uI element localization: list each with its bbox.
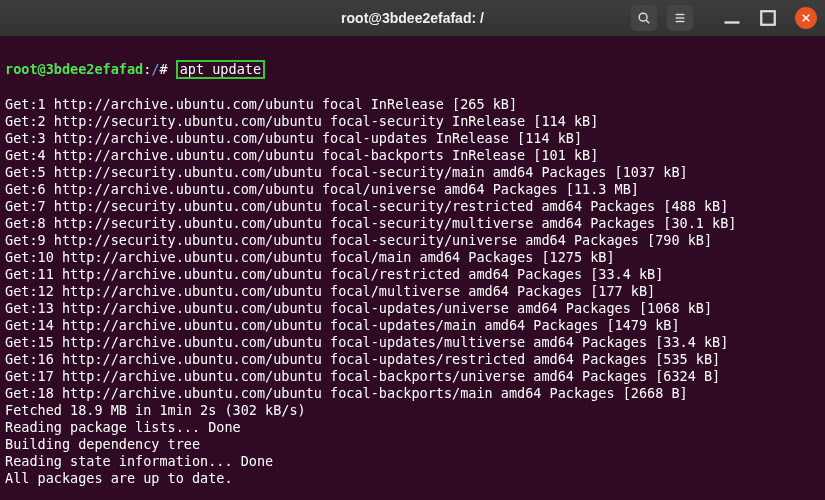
output-line: Reading package lists... Done: [5, 419, 820, 436]
search-button[interactable]: [631, 5, 657, 31]
highlighted-command: apt update: [176, 60, 265, 79]
output-line: Get:2 http://security.ubuntu.com/ubuntu …: [5, 113, 820, 130]
titlebar-controls: [631, 5, 817, 31]
maximize-icon: [759, 9, 777, 27]
terminal-output[interactable]: root@3bdee2efafad:/# apt update Get:1 ht…: [0, 37, 825, 500]
close-button[interactable]: [795, 7, 817, 29]
close-icon: [801, 13, 811, 23]
output-line: Get:14 http://archive.ubuntu.com/ubuntu …: [5, 317, 820, 334]
output-line: Get:16 http://archive.ubuntu.com/ubuntu …: [5, 351, 820, 368]
output-line: Get:1 http://archive.ubuntu.com/ubuntu f…: [5, 96, 820, 113]
window-titlebar: root@3bdee2efafad: /: [0, 0, 825, 37]
output-line: Fetched 18.9 MB in 1min 2s (302 kB/s): [5, 402, 820, 419]
output-line: Get:7 http://security.ubuntu.com/ubuntu …: [5, 198, 820, 215]
output-line: Get:3 http://archive.ubuntu.com/ubuntu f…: [5, 130, 820, 147]
output-line: Get:6 http://archive.ubuntu.com/ubuntu f…: [5, 181, 820, 198]
output-line: Get:11 http://archive.ubuntu.com/ubuntu …: [5, 266, 820, 283]
svg-point-0: [639, 13, 647, 21]
output-line: Get:10 http://archive.ubuntu.com/ubuntu …: [5, 249, 820, 266]
svg-line-1: [646, 20, 649, 23]
output-line: Get:5 http://security.ubuntu.com/ubuntu …: [5, 164, 820, 181]
minimize-icon: [723, 9, 741, 27]
search-icon: [637, 11, 651, 25]
prompt-user-host: root@3bdee2efafad: [5, 61, 143, 77]
output-line: Building dependency tree: [5, 436, 820, 453]
minimize-button[interactable]: [723, 9, 741, 27]
hamburger-icon: [673, 11, 687, 25]
output-line: Get:8 http://security.ubuntu.com/ubuntu …: [5, 215, 820, 232]
prompt-line-1: root@3bdee2efafad:/# apt update: [5, 60, 820, 79]
output-line: Get:9 http://security.ubuntu.com/ubuntu …: [5, 232, 820, 249]
svg-rect-6: [761, 11, 775, 25]
menu-button[interactable]: [667, 5, 693, 31]
output-line: All packages are up to date.: [5, 470, 820, 487]
output-line: Get:17 http://archive.ubuntu.com/ubuntu …: [5, 368, 820, 385]
window-title: root@3bdee2efafad: /: [341, 10, 484, 27]
output-line: Get:15 http://archive.ubuntu.com/ubuntu …: [5, 334, 820, 351]
output-line: Get:18 http://archive.ubuntu.com/ubuntu …: [5, 385, 820, 402]
output-line: Get:4 http://archive.ubuntu.com/ubuntu f…: [5, 147, 820, 164]
output-line: Get:12 http://archive.ubuntu.com/ubuntu …: [5, 283, 820, 300]
output-line: Get:13 http://archive.ubuntu.com/ubuntu …: [5, 300, 820, 317]
maximize-button[interactable]: [759, 9, 777, 27]
output-line: Reading state information... Done: [5, 453, 820, 470]
